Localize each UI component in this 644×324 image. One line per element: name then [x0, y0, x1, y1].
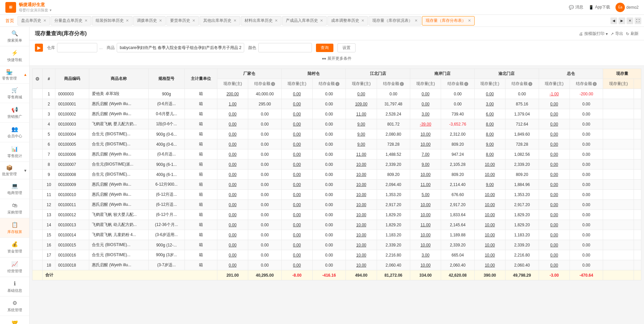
logo-icon: 标	[5, 2, 16, 13]
phone-icon: 📱	[589, 5, 594, 10]
sidebar-item-search[interactable]: 🔍 搜索英单	[0, 27, 29, 46]
table-row: 3 00100002 惠氏启醒 (Wyeth illu... 0-6月婴儿...…	[33, 109, 641, 119]
th-yubei: 渝北门店	[474, 69, 539, 79]
message-icon: 💬	[569, 5, 574, 10]
th-name: 商品名称	[89, 69, 149, 89]
tab-nav-buttons: ◀ ▶ ✕ ⛶	[610, 17, 641, 24]
sidebar-item-retail-stats[interactable]: 📊 零售统计	[0, 142, 29, 162]
close-tab-6[interactable]: ✕	[233, 18, 236, 23]
table-row: 13 00100012 飞鹤星飞帆 较大婴儿配... (6-12个月... 箱 …	[33, 210, 641, 220]
tab-inventory-distribution[interactable]: 现存量（库存分布表） ✕	[422, 16, 475, 26]
tab-transfer-history[interactable]: 调拨单历史 ✕	[133, 16, 166, 26]
collab-icon: 🤝	[11, 319, 18, 324]
close-tab-9[interactable]: ✕	[361, 18, 364, 23]
top-right: 💬 消息 📱 App下载 Ea demo2	[569, 3, 639, 12]
sidebar-item-mall[interactable]: 🛒 零售商城	[0, 84, 29, 103]
th-jb-amt: 结存金额i	[377, 79, 410, 89]
finance-icon: 💰	[11, 241, 18, 247]
settings-button[interactable]: 设置	[337, 43, 356, 52]
close-tab-7[interactable]: ✕	[275, 18, 278, 23]
table-row: 2 00100001 惠氏启醒 (Wyeth illu... (0-6月适...…	[33, 99, 641, 109]
tab-order-history[interactable]: 要货单历史 ✕	[166, 16, 199, 26]
search-icon: 🔍	[11, 30, 18, 37]
tab-inventory-history[interactable]: 盘点单历史 ✕	[17, 16, 50, 26]
tab-cost-adjustment[interactable]: 成本调整单历史 ✕	[327, 16, 368, 26]
tab-partial-history[interactable]: 分量盘点单历史 ✕	[51, 16, 91, 26]
tab-home[interactable]: 首页	[3, 16, 17, 26]
close-tab-2[interactable]: ✕	[85, 18, 88, 23]
sidebar-item-finance[interactable]: 💰 资金管理	[0, 238, 29, 257]
page-title-row: 现存量查询(库存分布) 🖨 按模版打印 ▾ ↗ 导出 ↻ 刷新	[35, 30, 639, 40]
th-na-amt: 结存金额i	[441, 79, 475, 89]
filter-bar: ▶ 仓库 ... 商品 颜色 查询 设置 ▾▾	[30, 40, 644, 66]
sidebar-item-system[interactable]: ⚙ 系统管理	[0, 296, 29, 316]
table-row: 16 00100015 合生元 (BIOSTIME)... 900g (12-.…	[33, 240, 641, 250]
print-btn[interactable]: 🖨 按模版打印 ▾	[579, 31, 608, 37]
sidebar-item-quicknav[interactable]: ⚡ 快捷导航	[0, 46, 29, 66]
message-btn[interactable]: 💬 消息	[569, 4, 583, 10]
tab-assembly-history[interactable]: 组装拆卸单历史 ✕	[92, 16, 132, 26]
sidebar: 🔍 搜索英单 ⚡ 快捷导航 🏪 零售管理 ▲ 🛒 零售商城 📢 营销推广 👥 会…	[0, 27, 30, 324]
tab-close-all[interactable]: ✕	[627, 17, 633, 24]
marketing-icon: 📢	[11, 106, 18, 113]
th-jb-qty: 现存量(主)	[346, 79, 377, 89]
sidebar-item-ecommerce[interactable]: 💻 电商管理	[0, 179, 29, 199]
table-row: 8 00100007 合生元(BIOSTIME)派... 900g (6-1..…	[33, 159, 641, 170]
close-tab-10[interactable]: ✕	[415, 18, 418, 23]
tab-production-history[interactable]: 产成品入库单历史 ✕	[282, 16, 327, 26]
goods-field: 商品	[107, 43, 244, 52]
content-area: 现存量查询(库存分布) 🖨 按模版打印 ▾ ↗ 导出 ↻ 刷新	[30, 27, 644, 324]
color-input[interactable]	[258, 43, 312, 52]
sidebar-item-collab[interactable]: 🤝 企业协同	[0, 316, 29, 324]
user-area[interactable]: Ea demo2	[615, 3, 639, 12]
mall-icon: 🛒	[11, 87, 18, 93]
th-lc-qty: 现存量(主)	[281, 79, 312, 89]
tab-outbound-history[interactable]: 其他出库单历史 ✕	[200, 16, 240, 26]
export-btn[interactable]: ↗ 导出	[610, 31, 623, 37]
close-tab-3[interactable]: ✕	[126, 18, 129, 23]
ecommerce-icon: 💻	[11, 183, 18, 189]
tab-inventory-status[interactable]: 现存量（库存状况表） ✕	[369, 16, 421, 26]
expand-more-btn[interactable]: ▾▾ 展开更多条件	[322, 54, 352, 63]
sidebar-item-base-info[interactable]: ℹ 基础信息	[0, 277, 29, 296]
collapse-icon: ▼	[23, 169, 27, 173]
close-tab-1[interactable]: ✕	[43, 18, 46, 23]
expand-icon: ▲	[23, 73, 27, 77]
th-settings[interactable]: ⚙	[33, 69, 43, 89]
sidebar-item-marketing[interactable]: 📢 营销推广	[0, 103, 29, 123]
warehouse-input[interactable]	[57, 43, 97, 52]
goods-input[interactable]	[117, 43, 244, 52]
filter-expand-btn[interactable]: ▶	[35, 44, 43, 52]
th-lc-amt: 结存金额i	[312, 79, 346, 89]
expand-more-row: ▾▾ 展开更多条件	[35, 52, 639, 63]
app-download-btn[interactable]: 📱 App下载	[589, 4, 610, 10]
th-na-qty: 现存量(主)	[410, 79, 441, 89]
th-jiangbei: 江北门店	[346, 69, 410, 79]
stats-icon: 📊	[11, 146, 18, 152]
sidebar-item-purchase[interactable]: 🛍 采购管理	[0, 199, 29, 218]
query-button[interactable]: 查询	[316, 44, 333, 52]
members-icon: 👥	[11, 126, 18, 132]
tab-scroll-right[interactable]: ▶	[619, 17, 625, 24]
sidebar-item-members[interactable]: 👥 会员中心	[0, 123, 29, 142]
tab-bar: 首页 盘点单历史 ✕ 分量盘点单历史 ✕ 组装拆卸单历史 ✕ 调拨单历史 ✕ 要…	[0, 15, 644, 27]
close-tab-4[interactable]: ✕	[159, 18, 162, 23]
th-yb-amt: 结存金额i	[505, 79, 539, 89]
th-factory: 厂家仓	[217, 69, 282, 79]
tab-scroll-left[interactable]: ◀	[610, 17, 617, 24]
sidebar-item-retail-mgmt[interactable]: 🏪 零售管理 ▲	[0, 66, 29, 84]
close-tab-8[interactable]: ✕	[320, 18, 323, 23]
refresh-btn[interactable]: ↻ 刷新	[626, 31, 639, 37]
tab-material-history[interactable]: 材料出库单历史 ✕	[241, 16, 281, 26]
tab-fullscreen[interactable]: ⛶	[635, 17, 641, 24]
sidebar-item-inventory[interactable]: 📋 库存核算	[0, 218, 29, 238]
th-code: 商品编码	[55, 69, 89, 89]
top-bar: 标 畅捷通好生意 母婴行业演示陈套 ▾ 💬 消息 📱 App下载 Ea demo…	[0, 0, 644, 15]
th-fj-qty: 现存量(主)	[217, 79, 248, 89]
close-tab-11[interactable]: ✕	[468, 18, 471, 23]
color-field: 颜色	[248, 43, 312, 52]
sidebar-item-management[interactable]: 📈 经营管理	[0, 258, 29, 277]
sidebar-item-wholesale[interactable]: 📦 批发管理 ▼	[0, 162, 29, 179]
store-icon: 🏪	[6, 69, 13, 75]
close-tab-5[interactable]: ✕	[192, 18, 195, 23]
